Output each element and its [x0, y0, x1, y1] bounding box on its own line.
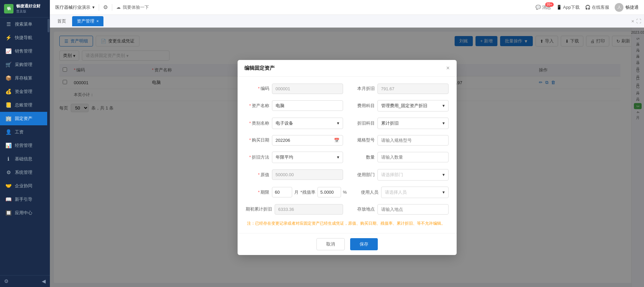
sidebar-label-collab: 企业协同 [15, 183, 32, 189]
topbar-divider [99, 4, 99, 11]
online-service-btn[interactable]: 🎧 在线客服 [585, 4, 609, 10]
purchase-date-input[interactable]: 202206 📅 [272, 135, 343, 146]
tab-close-icon[interactable]: × [96, 19, 99, 24]
sidebar-label-search: 搜索菜单 [15, 21, 32, 27]
period-group: 月 *残值率 % [272, 187, 347, 197]
sidebar-item-app-center[interactable]: 🔲 应用中心 [0, 206, 47, 220]
sidebar-item-purchase[interactable]: 🛒 采购管理 [0, 58, 47, 71]
sidebar-nav: ☰ 搜索菜单 ⚡ 快捷导航 📈 销售管理 🛒 采购管理 📦 库存核算 💰 资 [0, 18, 47, 275]
collapse-icon[interactable]: ◀ [42, 278, 46, 284]
chevron-down-icon: ▾ [92, 5, 95, 10]
dialog-row-3: *类别名称 电子设备 ▾ 折旧科目 累计折旧 ▾ [246, 118, 449, 129]
sidebar-header: 畅 畅捷通好业财 普及版 [0, 0, 50, 18]
expand-window-icon[interactable]: ⛶ [636, 18, 641, 24]
sidebar-item-system[interactable]: ⚙ 系统管理 [0, 166, 47, 179]
sidebar-item-basic-info[interactable]: ℹ 基础信息 [0, 152, 47, 166]
original-value-input[interactable] [272, 169, 343, 180]
quantity-label: 数量 [351, 154, 375, 160]
cancel-button[interactable]: 取消 [316, 238, 345, 250]
purchase-icon: 🛒 [5, 62, 11, 68]
category-select[interactable]: 电子设备 ▾ [272, 118, 343, 129]
spec-input[interactable] [377, 135, 449, 146]
sidebar-bottom: ⚙ ◀ [0, 275, 50, 287]
sidebar-label-basic-info: 基础信息 [15, 156, 32, 162]
storage-input[interactable] [377, 204, 449, 215]
sidebar-label-system: 系统管理 [15, 169, 32, 176]
original-value-label: *原值 [246, 172, 269, 178]
message-btn[interactable]: 💬 消息 99+ [535, 4, 551, 10]
period-unit-label: 月 [294, 189, 299, 195]
app-version: 普及版 [16, 9, 40, 14]
quantity-input[interactable] [377, 152, 449, 162]
calendar-icon: 📅 [334, 138, 339, 143]
dialog-row-8: 期初累计折旧 存放地点 [246, 204, 449, 215]
chevron-down-icon: ▾ [337, 155, 339, 160]
gear-icon[interactable]: ⚙ [103, 4, 108, 10]
name-input[interactable] [272, 100, 343, 111]
dialog-title: 编辑固定资产 [244, 65, 275, 71]
sidebar-item-payroll[interactable]: 👤 工资 [0, 125, 47, 139]
dep-subject-select[interactable]: 累计折旧 ▾ [377, 118, 449, 129]
period-input[interactable] [272, 187, 292, 197]
use-dept-label: 使用部门 [351, 172, 375, 178]
modal-overlay: 编辑固定资产 × *编码 本月折旧 [50, 28, 644, 287]
sidebar-item-quicknav[interactable]: ⚡ 快捷导航 [0, 31, 47, 44]
industry-selector[interactable]: 医疗器械行业演示 ▾ [55, 4, 95, 10]
sidebar-item-ledger[interactable]: 📒 总账管理 [0, 98, 47, 112]
message-badge: 99+ [545, 2, 554, 7]
topbar-right: 💬 消息 99+ 📱 App下载 🎧 在线客服 人 畅捷通 [535, 3, 639, 12]
init-accum-dep-input[interactable] [275, 204, 343, 215]
month-dep-label: 本月折旧 [351, 86, 375, 92]
month-dep-input[interactable] [377, 84, 449, 94]
collab-icon: 🤝 [5, 183, 11, 189]
category-label: *类别名称 [246, 120, 269, 126]
sidebar-item-guide[interactable]: 📖 新手引导 [0, 193, 47, 206]
expense-subject-select[interactable]: 管理费用_固定资产折旧 ▾ [377, 100, 449, 111]
save-button[interactable]: 保存 [350, 238, 378, 250]
sidebar-label-ledger: 总账管理 [15, 102, 32, 108]
sidebar: 畅 畅捷通好业财 普及版 ☰ 搜索菜单 ⚡ 快捷导航 📈 销售管理 🛒 采购管理 [0, 0, 50, 287]
tab-asset-mgmt[interactable]: 资产管理 × [72, 16, 103, 26]
sidebar-label-app-center: 应用中心 [15, 210, 32, 216]
user-profile[interactable]: 人 畅捷通 [615, 3, 639, 12]
close-window-icon[interactable]: × [631, 18, 634, 24]
dep-method-select[interactable]: 年限平均 ▾ [272, 152, 343, 163]
content-area: ☰ 资产明细 📄 变更生成凭证 刘账 + 新增 批量操作 ▼ [50, 28, 644, 287]
tab-home[interactable]: 首页 [53, 16, 71, 26]
sidebar-label-inventory: 库存核算 [15, 75, 32, 81]
settings-icon[interactable]: ⚙ [4, 278, 8, 284]
period-label: *期限 [246, 189, 269, 195]
code-input[interactable] [272, 84, 343, 94]
sidebar-scrollbar[interactable] [47, 18, 50, 275]
experience-btn[interactable]: ☁ 我要体验一下 [116, 4, 149, 10]
app-name: 畅捷通好业财 [16, 3, 40, 9]
sidebar-item-search[interactable]: ☰ 搜索菜单 [0, 18, 47, 31]
dialog-note: 注：已经存在变更记录或者对应固定资产已经生成凭证，原值、购买日期、残值率、累计折… [246, 221, 449, 226]
dialog-close-icon[interactable]: × [446, 65, 450, 72]
field-use-dept: 使用部门 请选择部门 ▾ [351, 169, 449, 181]
message-icon: 💬 [535, 5, 541, 10]
residual-rate-input[interactable] [317, 187, 341, 197]
field-purchase-date: *购买日期 202206 📅 [246, 135, 343, 146]
topbar: 医疗器械行业演示 ▾ ⚙ ☁ 我要体验一下 💬 消息 99+ 📱 App下载 🎧… [50, 0, 644, 15]
chevron-down-icon: ▾ [337, 121, 339, 126]
sidebar-item-operations[interactable]: 📊 经营管理 [0, 139, 47, 152]
sidebar-item-inventory[interactable]: 📦 库存核算 [0, 71, 47, 85]
use-dept-select[interactable]: 请选择部门 ▾ [377, 169, 449, 181]
app-title-block: 畅捷通好业财 普及版 [16, 3, 40, 14]
sidebar-item-sales[interactable]: 📈 销售管理 [0, 44, 47, 58]
sidebar-item-collab[interactable]: 🤝 企业协同 [0, 179, 47, 193]
guide-icon: 📖 [5, 196, 11, 202]
sales-icon: 📈 [5, 48, 11, 54]
sidebar-item-finance[interactable]: 💰 资金管理 [0, 85, 47, 98]
name-label: *资产名称 [246, 103, 269, 109]
app-download-btn[interactable]: 📱 App下载 [556, 4, 580, 10]
app-download-label: App下载 [563, 4, 580, 10]
spec-label: 规格型号 [351, 137, 375, 143]
chevron-down-icon: ▾ [442, 103, 445, 108]
inventory-icon: 📦 [5, 75, 11, 81]
quicknav-icon: ⚡ [5, 35, 11, 41]
sidebar-item-fixed-asset[interactable]: 🏢 固定资产 [0, 112, 47, 125]
use-person-select[interactable]: 请选择人员 ▾ [381, 187, 448, 198]
chevron-down-icon: ▾ [442, 190, 445, 195]
